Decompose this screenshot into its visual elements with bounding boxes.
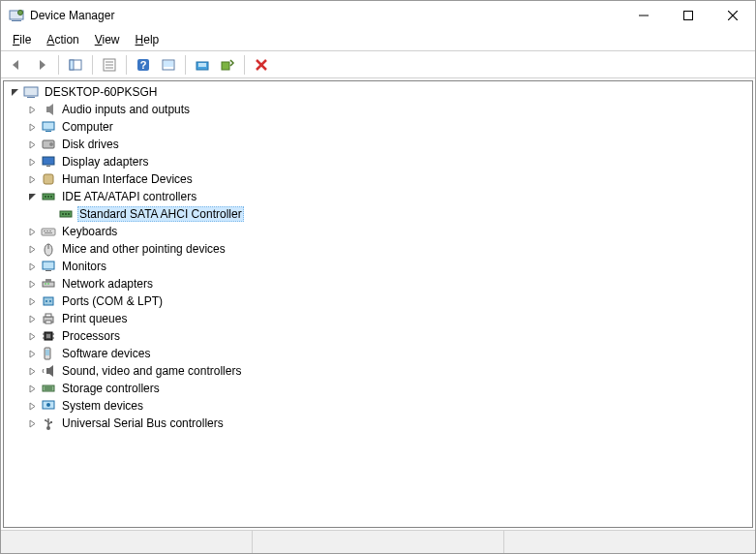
menu-help[interactable]: Help xyxy=(130,32,166,47)
monitor-icon xyxy=(41,259,56,274)
svg-point-2 xyxy=(18,11,23,15)
svg-rect-30 xyxy=(46,166,50,167)
svg-rect-8 xyxy=(70,60,74,70)
statusbar xyxy=(1,530,755,553)
chevron-right-icon[interactable] xyxy=(25,364,39,378)
chevron-right-icon[interactable] xyxy=(25,294,39,308)
tree-category-row[interactable]: Disk drives xyxy=(25,136,752,153)
toolbar-separator xyxy=(58,55,59,75)
tree-category-label: Mice and other pointing devices xyxy=(60,242,227,256)
tree-category-label: IDE ATA/ATAPI controllers xyxy=(60,190,198,203)
tree-category-row[interactable]: Human Interface Devices xyxy=(25,170,752,188)
svg-rect-35 xyxy=(50,196,52,198)
chevron-right-icon[interactable] xyxy=(25,382,39,395)
computer-root-icon xyxy=(23,84,39,100)
tree-category-row[interactable]: Ports (COM & LPT) xyxy=(25,292,752,310)
svg-rect-50 xyxy=(45,279,51,282)
menu-file[interactable]: File xyxy=(7,32,37,47)
tree-category-row[interactable]: Storage controllers xyxy=(25,380,752,397)
tree-category-row[interactable]: Monitors xyxy=(25,258,752,275)
help-button[interactable]: ? xyxy=(132,53,155,77)
back-button[interactable] xyxy=(5,53,28,77)
tree-category-row[interactable]: Keyboards xyxy=(25,223,752,240)
update-driver-button[interactable] xyxy=(191,53,214,77)
svg-rect-16 xyxy=(164,61,173,67)
chevron-down-icon[interactable] xyxy=(25,190,39,203)
disable-device-button[interactable] xyxy=(250,53,273,77)
software-icon xyxy=(41,346,56,361)
hid-icon xyxy=(41,171,56,187)
svg-rect-47 xyxy=(43,262,54,269)
show-hide-console-tree-button[interactable] xyxy=(64,53,87,77)
chevron-right-icon[interactable] xyxy=(25,277,39,291)
ide-icon xyxy=(41,189,56,204)
svg-rect-60 xyxy=(46,334,50,338)
tree-category-row[interactable]: Processors xyxy=(25,327,752,345)
svg-text:?: ? xyxy=(140,59,147,71)
tree-category-label: System devices xyxy=(60,399,145,413)
menu-view[interactable]: View xyxy=(89,32,126,47)
minimize-button[interactable] xyxy=(621,1,666,30)
statusbar-cell xyxy=(253,531,504,553)
svg-rect-40 xyxy=(42,229,55,235)
chevron-right-icon[interactable] xyxy=(25,120,39,134)
tree-category-row[interactable]: Print queues xyxy=(25,310,752,327)
tree-device-label: Standard SATA AHCI Controller xyxy=(77,206,244,222)
chevron-right-icon[interactable] xyxy=(25,155,39,169)
chevron-right-icon[interactable] xyxy=(25,172,39,186)
tree-category-row[interactable]: Audio inputs and outputs xyxy=(25,101,752,118)
chevron-right-icon[interactable] xyxy=(25,416,39,430)
svg-rect-34 xyxy=(47,196,49,198)
scan-hardware-button[interactable] xyxy=(157,53,180,77)
svg-point-77 xyxy=(45,419,46,421)
tree-category-label: Sound, video and game controllers xyxy=(60,364,243,378)
close-button[interactable] xyxy=(711,1,755,30)
toolbar: ? xyxy=(1,51,755,78)
content-area: DESKTOP-60PKSGH Audio inputs and outputs… xyxy=(3,80,753,528)
svg-rect-42 xyxy=(46,231,48,231)
menu-action[interactable]: Action xyxy=(41,32,84,47)
chevron-right-icon[interactable] xyxy=(25,260,39,273)
svg-rect-39 xyxy=(68,213,70,215)
maximize-button[interactable] xyxy=(666,1,711,30)
window-title: Device Manager xyxy=(30,9,621,22)
chevron-down-icon[interactable] xyxy=(8,85,21,99)
tree-category-label: Processors xyxy=(60,329,122,343)
chevron-right-icon[interactable] xyxy=(25,225,39,238)
tree-category-row[interactable]: Sound, video and game controllers xyxy=(25,362,752,380)
svg-rect-18 xyxy=(198,63,206,67)
chevron-right-icon[interactable] xyxy=(25,347,39,360)
svg-rect-66 xyxy=(45,350,49,355)
tree-category-row[interactable]: System devices xyxy=(25,397,752,415)
tree-category-row[interactable]: Computer xyxy=(25,118,752,136)
tree-category-row[interactable]: Software devices xyxy=(25,345,752,362)
svg-rect-44 xyxy=(45,232,52,233)
properties-button[interactable] xyxy=(98,53,121,77)
tree-category-row[interactable]: Display adapters xyxy=(25,153,752,170)
chevron-right-icon[interactable] xyxy=(25,138,39,151)
tree-root-row[interactable]: DESKTOP-60PKSGH xyxy=(8,83,752,101)
tree-device-row[interactable]: Standard SATA AHCI Controller xyxy=(43,205,752,223)
tree-category-row[interactable]: IDE ATA/ATAPI controllers xyxy=(25,188,752,205)
keyboard-icon xyxy=(41,224,56,239)
svg-rect-67 xyxy=(46,368,49,374)
sound-icon xyxy=(41,363,56,379)
svg-rect-33 xyxy=(45,196,46,198)
ports-icon xyxy=(41,293,56,309)
uninstall-device-button[interactable] xyxy=(216,53,239,77)
tree-category-row[interactable]: Network adapters xyxy=(25,275,752,292)
toolbar-separator xyxy=(185,55,186,75)
chevron-right-icon[interactable] xyxy=(25,242,39,256)
tree-category-row[interactable]: Mice and other pointing devices xyxy=(25,240,752,258)
device-tree[interactable]: DESKTOP-60PKSGH Audio inputs and outputs… xyxy=(4,81,752,527)
forward-button[interactable] xyxy=(30,53,53,77)
chevron-right-icon[interactable] xyxy=(25,399,39,413)
tree-category-row[interactable]: Universal Serial Bus controllers xyxy=(25,415,752,432)
tree-category-label: Computer xyxy=(60,120,115,134)
chevron-right-icon[interactable] xyxy=(25,103,39,116)
svg-rect-25 xyxy=(43,122,54,130)
svg-rect-23 xyxy=(27,97,35,98)
toolbar-separator xyxy=(92,55,93,75)
chevron-right-icon[interactable] xyxy=(25,312,39,325)
chevron-right-icon[interactable] xyxy=(25,329,39,343)
